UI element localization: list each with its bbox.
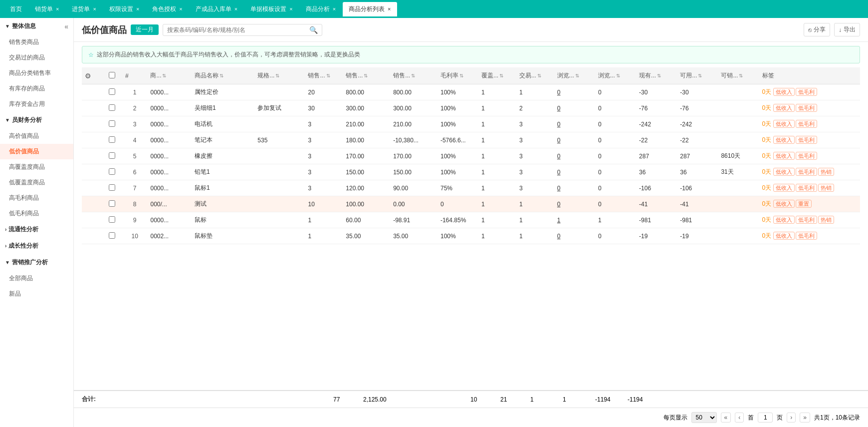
row-checkbox[interactable] [109,232,115,239]
nav-product-analysis[interactable]: 商品分析 × [300,2,342,16]
close-icon[interactable]: × [234,6,237,12]
table-footer: 合计: 77 2,125.00 10 21 1 1 -1194 -1194 [74,390,868,408]
browse-link[interactable]: 0 [557,137,561,144]
row-checkbox[interactable] [109,184,115,191]
sidebar-item-low-profit[interactable]: 低毛利商品 [0,206,73,221]
collapse-icon[interactable]: « [64,22,68,30]
sidebar-item-inventory-capital[interactable]: 库存资金占用 [0,96,73,112]
avail-stock: 287 [677,148,718,164]
product-name: 铅笔1 [192,164,254,180]
current-page-input[interactable] [758,413,773,423]
sidebar-item-in-stock[interactable]: 有库存的商品 [0,81,73,96]
browse-link[interactable]: 0 [557,169,561,176]
last-page-button[interactable]: » [800,413,810,423]
sort-icon: ⇅ [162,73,166,78]
sidebar-group-circulation[interactable]: › 流通性分析 [0,221,73,238]
filter-recent-month[interactable]: 近一月 [131,24,159,35]
product-name: 鼠标垫 [192,228,254,244]
close-icon[interactable]: × [289,6,292,12]
product-code: 000/... [147,196,191,212]
sellable-days [718,228,759,244]
nav-template[interactable]: 单据模板设置 × [244,2,298,16]
curr-col-header[interactable]: 现有...⇅ [636,67,677,84]
sidebar-item-category-sales[interactable]: 商品分类销售率 [0,65,73,81]
sellable-days [718,84,759,100]
sidebar-group-marketing[interactable]: ▼ 营销推广分析 [0,254,73,271]
row-checkbox[interactable] [109,88,115,95]
close-icon[interactable]: × [179,6,182,12]
search-icon[interactable]: 🔍 [309,26,318,34]
sidebar-item-high-coverage[interactable]: 高覆盖度商品 [0,159,73,175]
close-icon[interactable]: × [56,6,59,12]
nav-purchase-order[interactable]: 进货单 × [66,2,102,16]
sidebar-item-high-profit[interactable]: 高毛利商品 [0,190,73,206]
name-col-header[interactable]: 商品名称⇅ [192,67,254,84]
sidebar-item-traded-products[interactable]: 交易过的商品 [0,50,73,65]
nav-sales-order[interactable]: 销货单 × [29,2,65,16]
browse1: 0 [554,180,595,196]
sale-price-col-header[interactable]: 销售...⇅ [343,67,390,84]
sellable-col-header[interactable]: 可销...⇅ [718,67,759,84]
product-tag: 低毛利 [796,136,817,144]
sidebar-group-financial[interactable]: ▼ 员财务分析 [0,112,73,128]
spec-col-header[interactable]: 规格...⇅ [254,67,305,84]
row-checkbox[interactable] [109,104,115,111]
browse-link[interactable]: 0 [557,105,561,112]
browse-link[interactable]: 0 [557,201,561,208]
row-checkbox-cell [102,132,122,148]
browse1-col-header[interactable]: 浏览...⇅ [554,67,595,84]
nav-home[interactable]: 首页 [4,2,28,16]
browse-link[interactable]: 0 [557,185,561,192]
close-icon[interactable]: × [136,6,139,12]
column-settings-icon[interactable]: ⚙ [85,72,91,80]
row-checkbox[interactable] [109,152,115,159]
export-button[interactable]: ↓ 导出 [834,23,860,36]
page-size-select[interactable]: 50 100 200 [691,412,717,423]
sale-profit: 150.00 [390,164,437,180]
browse-link[interactable]: 0 [557,153,561,160]
gross-rate-col-header[interactable]: 毛利率⇅ [437,67,478,84]
close-icon[interactable]: × [333,6,336,12]
sort-icon: ⇅ [499,73,503,78]
days-value: 0天 [762,232,772,239]
row-checkbox[interactable] [109,136,115,143]
close-icon[interactable]: × [93,6,96,12]
product-spec [254,212,305,228]
sidebar-group-growth[interactable]: › 成长性分析 [0,238,73,254]
sidebar-group-overall[interactable]: ▼ 整体信息 « [0,18,73,34]
browse-link[interactable]: 0 [557,121,561,128]
browse-link[interactable]: 0 [557,233,561,240]
sidebar-item-sales-products[interactable]: 销售类商品 [0,34,73,50]
nav-product-in[interactable]: 产成品入库单 × [190,2,243,16]
next-page-button[interactable]: › [787,413,796,423]
sale-profit-col-header[interactable]: 销售...⇅ [390,67,437,84]
row-checkbox[interactable] [109,120,115,127]
trade-col-header[interactable]: 交易...⇅ [516,67,554,84]
sidebar-item-low-coverage[interactable]: 低覆盖度商品 [0,175,73,190]
select-all-checkbox[interactable] [109,72,115,78]
avail-col-header[interactable]: 可用...⇅ [677,67,718,84]
first-page-button[interactable]: « [721,413,731,423]
coverage-col-header[interactable]: 覆盖...⇅ [478,67,516,84]
browse-link[interactable]: 0 [557,89,561,96]
sidebar-item-new-products[interactable]: 新品 [0,286,73,302]
search-input[interactable] [167,26,309,33]
sale-qty-col-header[interactable]: 销售...⇅ [305,67,343,84]
browse2: 0 [595,132,636,148]
browse-link[interactable]: 1 [557,217,561,224]
nav-permissions[interactable]: 权限设置 × [103,2,145,16]
sidebar-item-high-value[interactable]: 高价值商品 [0,128,73,144]
share-button[interactable]: ⎋ 分享 [804,23,830,36]
sidebar-item-low-value[interactable]: 低价值商品 [0,144,73,159]
sidebar-item-all-products[interactable]: 全部商品 [0,271,73,286]
prev-page-button[interactable]: ‹ [735,413,744,423]
code-col-header[interactable]: 商...⇅ [147,67,191,84]
nav-product-analysis-list[interactable]: 商品分析列表 × [343,2,397,16]
nav-role-auth[interactable]: 角色授权 × [146,2,188,16]
row-checkbox[interactable] [109,168,115,175]
sort-icon: ⇅ [326,73,330,78]
browse2-col-header[interactable]: 浏览...⇅ [595,67,636,84]
row-checkbox[interactable] [109,200,115,207]
row-checkbox[interactable] [109,216,115,223]
close-icon[interactable]: × [388,6,391,12]
